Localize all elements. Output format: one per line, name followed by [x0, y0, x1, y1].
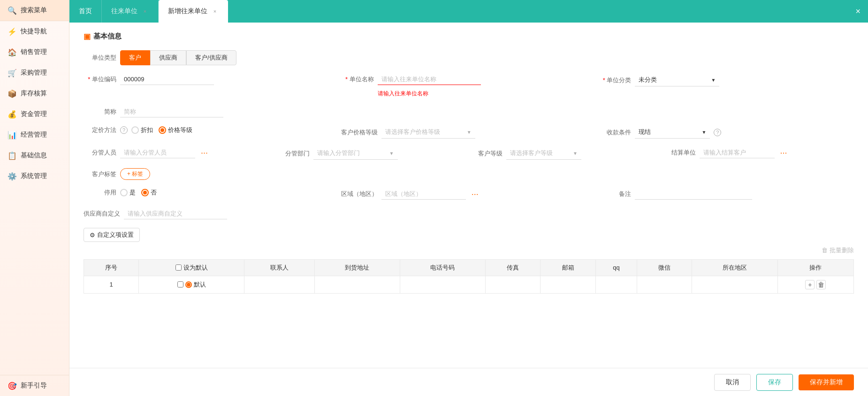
- tab-counterparty-close[interactable]: ×: [141, 8, 149, 15]
- tab-home[interactable]: 首页: [69, 0, 102, 23]
- row-default-radio[interactable]: 默认: [185, 280, 206, 289]
- department-select[interactable]: 请输入分管部门 ▼: [313, 147, 398, 160]
- row-wechat: [637, 276, 692, 293]
- row-checkbox[interactable]: [177, 281, 183, 287]
- row-email: [541, 276, 595, 293]
- custom-settings-btn[interactable]: ⚙ 自定义项设置: [84, 228, 140, 242]
- unit-type-btn-customer[interactable]: 客户: [120, 50, 150, 65]
- unit-category-value: 未分类: [639, 76, 657, 84]
- sidebar-item-finance[interactable]: 💰 资金管理: [0, 104, 69, 124]
- customer-price-level-value: 请选择客户价格等级: [385, 128, 440, 136]
- section-title-text: 基本信息: [93, 32, 122, 41]
- tab-new-counterparty-close[interactable]: ×: [211, 8, 219, 15]
- customer-price-level-label: 客户价格等级: [341, 128, 378, 137]
- sidebar-label-finance: 资金管理: [21, 110, 47, 118]
- cancel-button[interactable]: 取消: [714, 374, 751, 391]
- pricing-method-label: 定价方法: [84, 126, 116, 134]
- remark-input[interactable]: [635, 188, 752, 200]
- close-all-tabs[interactable]: ×: [855, 7, 860, 16]
- payment-terms-help-icon[interactable]: ?: [714, 129, 721, 136]
- col-fax: 传真: [486, 259, 541, 276]
- manager-input[interactable]: [120, 147, 195, 158]
- disabled-item: 停用 是 否: [84, 188, 339, 197]
- unit-category-caret: ▼: [711, 78, 716, 83]
- department-label: 分管部门: [277, 149, 310, 158]
- section-title: ▣ 基本信息: [84, 32, 854, 41]
- unit-code-input[interactable]: [120, 74, 214, 85]
- sidebar-item-guide[interactable]: 🎯 新手引导: [0, 375, 69, 396]
- disabled-yes-radio[interactable]: 是: [120, 188, 136, 197]
- col-email: 邮箱: [541, 259, 595, 276]
- customer-price-level-select[interactable]: 请选择客户价格等级 ▼: [381, 126, 475, 139]
- tab-bar: 首页 往来单位 × 新增往来单位 × ×: [69, 0, 868, 23]
- unit-name-input[interactable]: [378, 74, 481, 85]
- row-action-btns: + 🗑: [783, 280, 849, 289]
- save-add-button[interactable]: 保存并新增: [799, 374, 854, 390]
- unit-category-select[interactable]: 未分类 ▼: [635, 74, 719, 86]
- pricing-help-icon[interactable]: ?: [120, 126, 128, 134]
- department-value: 请输入分管部门: [317, 149, 360, 157]
- pricing-discount-label: 折扣: [141, 126, 153, 134]
- pricing-method-item: 定价方法 ? 折扣 价格等级: [84, 126, 339, 134]
- unit-type-label: 单位类型: [84, 54, 116, 62]
- unit-name-label: * 单位名称: [341, 75, 374, 84]
- unit-type-btn-both[interactable]: 客户/供应商: [186, 50, 236, 65]
- section-title-icon: ▣: [84, 32, 91, 41]
- customer-level-item: 客户等级 请选择客户等级 ▼: [470, 147, 661, 160]
- col-region: 所在地区: [692, 259, 777, 276]
- sidebar-item-search[interactable]: 🔍 搜索菜单: [0, 0, 69, 21]
- col-qq: qq: [595, 259, 637, 276]
- remark-label: 备注: [598, 190, 631, 198]
- customer-level-label: 客户等级: [470, 149, 503, 158]
- finance-icon: 💰: [8, 109, 17, 119]
- sidebar-item-sales[interactable]: 🏠 销售管理: [0, 42, 69, 62]
- sidebar-label-system: 系统管理: [21, 172, 47, 180]
- tab-new-counterparty[interactable]: 新增往来单位 ×: [159, 0, 228, 23]
- sidebar-item-quick-nav[interactable]: ⚡ 快捷导航: [0, 21, 69, 42]
- sidebar-item-inventory[interactable]: 📦 库存核算: [0, 83, 69, 104]
- manager-dots-btn[interactable]: ···: [199, 148, 210, 158]
- unit-code-item: * 单位编码: [84, 74, 339, 85]
- pricing-discount-radio[interactable]: 折扣: [131, 126, 153, 134]
- disabled-row: 停用 是 否 区域（地区） ···: [84, 188, 854, 200]
- payment-terms-label: 收款条件: [598, 128, 631, 137]
- payment-terms-value: 现结: [639, 128, 651, 136]
- sidebar-item-basic-info[interactable]: 📋 基础信息: [0, 145, 69, 166]
- row-delete-btn[interactable]: 🗑: [816, 280, 826, 289]
- supplier-custom-input[interactable]: [124, 208, 227, 219]
- tab-counterparty[interactable]: 往来单位 ×: [102, 0, 159, 23]
- pricing-level-radio[interactable]: 价格等级: [159, 126, 192, 134]
- sidebar-item-purchase[interactable]: 🛒 采购管理: [0, 62, 69, 83]
- payment-terms-select[interactable]: 现结 ▼: [635, 126, 710, 139]
- settlement-unit-input[interactable]: [700, 147, 775, 158]
- basic-info-icon: 📋: [8, 151, 17, 160]
- row-default-circle: [185, 281, 192, 288]
- settlement-unit-dots-btn[interactable]: ···: [778, 148, 789, 158]
- region-input[interactable]: [381, 188, 466, 200]
- short-name-input[interactable]: [120, 106, 223, 117]
- pricing-row: 定价方法 ? 折扣 价格等级 客户价格等级: [84, 126, 854, 139]
- batch-delete-icon: 🗑: [822, 247, 828, 254]
- save-button[interactable]: 保存: [756, 374, 793, 391]
- unit-type-btn-supplier[interactable]: 供应商: [150, 50, 186, 65]
- unit-name-error: 请输入往来单位名称: [378, 90, 428, 98]
- select-all-checkbox[interactable]: [175, 264, 182, 271]
- sidebar-item-system[interactable]: ⚙️ 系统管理: [0, 166, 69, 186]
- add-tag-btn[interactable]: + 标签: [120, 168, 150, 180]
- tags-row: 客户标签 + 标签: [84, 168, 854, 180]
- settlement-unit-label: 结算单位: [663, 148, 696, 157]
- custom-settings-row: ⚙ 自定义项设置: [84, 228, 854, 242]
- row-add-btn[interactable]: +: [805, 280, 815, 289]
- disabled-no-radio[interactable]: 否: [141, 188, 157, 197]
- pricing-level-label: 价格等级: [168, 126, 192, 134]
- row-default-label: 默认: [194, 280, 206, 289]
- quick-nav-icon: ⚡: [8, 27, 17, 36]
- region-dots-btn[interactable]: ···: [470, 189, 480, 199]
- batch-delete-btn[interactable]: 🗑 批量删除: [822, 246, 854, 255]
- sales-icon: 🏠: [8, 47, 17, 57]
- sidebar-label-sales: 销售管理: [21, 48, 47, 56]
- table-row: 1 默认: [84, 276, 854, 293]
- customer-level-select[interactable]: 请选择客户等级 ▼: [506, 147, 581, 160]
- disabled-label: 停用: [84, 188, 116, 197]
- sidebar-item-operations[interactable]: 📊 经营管理: [0, 124, 69, 145]
